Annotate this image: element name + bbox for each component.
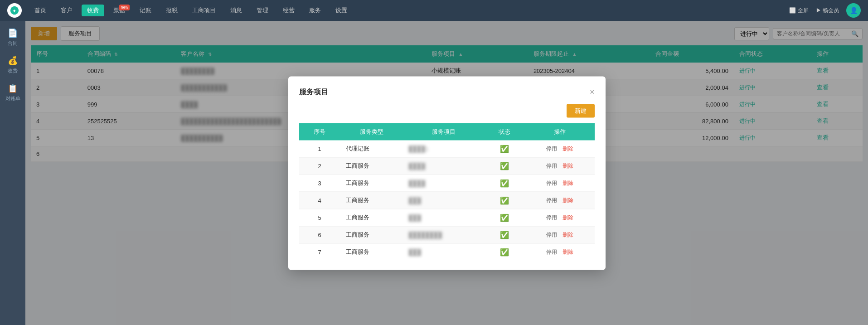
nav-item-tax[interactable]: 报税 — [160, 5, 183, 16]
sidebar-item-contract[interactable]: 📄 合同 — [2, 24, 24, 50]
list-item: 7 工商服务 ███ ✅ 停用 删除 — [299, 243, 595, 259]
modal-cell-type: 工商服务 — [340, 243, 403, 259]
stop-button[interactable]: 停用 — [546, 248, 557, 255]
modal-col-seq: 序号 — [299, 123, 340, 140]
modal-col-action: 操作 — [525, 123, 595, 140]
modal-cell-seq: 1 — [299, 140, 340, 157]
modal-col-item: 服务项目 — [403, 123, 484, 140]
list-item: 6 工商服务 ████████ ✅ 停用 删除 — [299, 226, 595, 243]
modal-cell-seq: 3 — [299, 175, 340, 192]
modal-col-type: 服务类型 — [340, 123, 403, 140]
modal-cell-type: 代理记账 — [340, 140, 403, 157]
delete-button[interactable]: 删除 — [563, 162, 573, 169]
stop-button[interactable]: 停用 — [546, 145, 557, 151]
content-area: 新增 服务项目 进行中 已完成 已取消 🔍 序号 合同编码 ⇅ — [25, 21, 868, 325]
modal-cell-item: ████1 — [403, 140, 484, 157]
modal-cell-seq: 7 — [299, 243, 340, 259]
modal-cell-actions: 停用 删除 — [525, 243, 595, 259]
sidebar-item-fee[interactable]: 💰 收费 — [2, 52, 24, 78]
service-items-modal: 服务项目 × 新建 序号 服务类型 服务项目 状态 操作 — [288, 76, 606, 270]
sidebar-item-reconciliation[interactable]: 📋 对账单 — [2, 80, 24, 106]
modal-cell-type: 工商服务 — [340, 157, 403, 175]
svg-text:✦: ✦ — [12, 8, 16, 14]
modal-cell-status: ✅ — [484, 226, 525, 243]
delete-button[interactable]: 删除 — [563, 197, 573, 203]
modal-cell-seq: 4 — [299, 192, 340, 209]
modal-cell-actions: 停用 删除 — [525, 157, 595, 175]
list-item: 1 代理记账 ████1 ✅ 停用 删除 — [299, 140, 595, 157]
list-item: 4 工商服务 ███ ✅ 停用 删除 — [299, 192, 595, 209]
modal-cell-status: ✅ — [484, 157, 525, 175]
service-items-table: 序号 服务类型 服务项目 状态 操作 1 代理记账 ████1 ✅ 停用 删除 … — [299, 123, 595, 259]
nav-item-biz[interactable]: 经营 — [277, 5, 300, 16]
modal-cell-seq: 5 — [299, 209, 340, 226]
modal-cell-actions: 停用 删除 — [525, 209, 595, 226]
stop-button[interactable]: 停用 — [546, 214, 557, 220]
modal-cell-type: 工商服务 — [340, 192, 403, 209]
logo: ✦ — [7, 3, 22, 18]
modal-close-button[interactable]: × — [590, 88, 595, 96]
top-nav: ✦ 首页 客户 收费 票据 new 记账 报税 工商项目 消息 管理 经营 服务… — [0, 0, 868, 21]
nav-item-bookkeeping[interactable]: 记账 — [134, 5, 157, 16]
modal-cell-status: ✅ — [484, 140, 525, 157]
modal-cell-item: ███ — [403, 192, 484, 209]
sidebar: 📄 合同 💰 收费 📋 对账单 — [0, 21, 25, 325]
nav-item-settings[interactable]: 设置 — [330, 5, 353, 16]
new-badge: new — [119, 5, 130, 10]
modal-cell-type: 工商服务 — [340, 209, 403, 226]
modal-cell-item: ████████ — [403, 226, 484, 243]
nav-item-service[interactable]: 服务 — [304, 5, 326, 16]
list-item: 2 工商服务 ████ ✅ 停用 删除 — [299, 157, 595, 175]
member-button[interactable]: ▶ 畅会员 — [816, 7, 839, 15]
list-item: 3 工商服务 ████ ✅ 停用 删除 — [299, 175, 595, 192]
modal-title: 服务项目 — [299, 87, 328, 97]
modal-col-status: 状态 — [484, 123, 525, 140]
stop-button[interactable]: 停用 — [546, 179, 557, 186]
modal-cell-actions: 停用 删除 — [525, 226, 595, 243]
modal-cell-status: ✅ — [484, 243, 525, 259]
modal-cell-status: ✅ — [484, 175, 525, 192]
modal-cell-type: 工商服务 — [340, 226, 403, 243]
modal-cell-item: ███ — [403, 209, 484, 226]
delete-button[interactable]: 删除 — [563, 248, 573, 255]
modal-cell-status: ✅ — [484, 209, 525, 226]
stop-button[interactable]: 停用 — [546, 162, 557, 169]
nav-item-fee[interactable]: 收费 — [82, 5, 104, 16]
modal-cell-actions: 停用 删除 — [525, 192, 595, 209]
nav-item-bizproject[interactable]: 工商项目 — [187, 5, 221, 16]
modal-cell-actions: 停用 删除 — [525, 175, 595, 192]
nav-item-invoice[interactable]: 票据 new — [108, 5, 131, 16]
modal-cell-item: ████ — [403, 157, 484, 175]
nav-item-home[interactable]: 首页 — [29, 5, 52, 16]
stop-button[interactable]: 停用 — [546, 231, 557, 238]
delete-button[interactable]: 删除 — [563, 214, 573, 220]
stop-button[interactable]: 停用 — [546, 197, 557, 203]
modal-cell-type: 工商服务 — [340, 175, 403, 192]
list-item: 5 工商服务 ███ ✅ 停用 删除 — [299, 209, 595, 226]
modal-cell-seq: 6 — [299, 226, 340, 243]
delete-button[interactable]: 删除 — [563, 231, 573, 238]
modal-cell-item: ███ — [403, 243, 484, 259]
modal-cell-actions: 停用 删除 — [525, 140, 595, 157]
nav-item-manage[interactable]: 管理 — [251, 5, 274, 16]
delete-button[interactable]: 删除 — [563, 145, 573, 151]
modal-cell-item: ████ — [403, 175, 484, 192]
delete-button[interactable]: 删除 — [563, 179, 573, 186]
fullscreen-button[interactable]: ⬜ 全屏 — [789, 7, 808, 15]
modal-cell-status: ✅ — [484, 192, 525, 209]
nav-item-message[interactable]: 消息 — [225, 5, 247, 16]
nav-item-customer[interactable]: 客户 — [55, 5, 78, 16]
modal-new-button[interactable]: 新建 — [567, 104, 595, 117]
avatar[interactable]: 👤 — [846, 3, 861, 18]
modal-cell-seq: 2 — [299, 157, 340, 175]
